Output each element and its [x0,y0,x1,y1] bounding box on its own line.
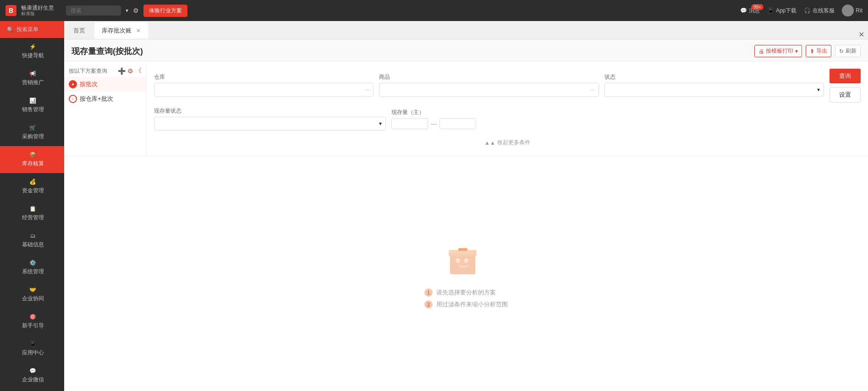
sidebar-item-quick-nav[interactable]: ⚡ 快捷导航 [0,38,64,65]
tab-global-close-icon[interactable]: ✕ [855,30,868,39]
empty-tip-1: 1 请先选择要分析的方案 [424,288,508,297]
app-title: 畅康通好生意 [21,5,54,11]
sidebar-item-search[interactable]: 🔍 搜索菜单 [0,21,64,38]
empty-tips: 1 请先选择要分析的方案 2 用过滤条件来缩小分析范围 [424,288,508,312]
sidebar-item-basics-label: 基础信息 [22,241,44,249]
sidebar-item-marketing[interactable]: 📢 营销推广 [0,65,64,92]
collapse-up-icon: ▲▲ [484,140,495,146]
app-logo: B [5,5,16,16]
settings-btn[interactable]: 设置 [830,87,861,103]
topbar: B 畅康通好生意 标准版 ▾ ⚙ 体验行业方案 💬 消息 99+ 📱 App下载… [0,0,868,21]
scheme-add-btn[interactable]: ➕ [118,67,126,75]
print-dropdown-icon: ▾ [795,48,798,54]
sidebar: 🔍 搜索菜单 ⚡ 快捷导航 📢 营销推广 📊 销售管理 🛒 采购管理 📦 库存核… [0,21,64,391]
stock-qty-max-input[interactable] [439,118,476,129]
app-download-icon: 📱 [767,7,774,14]
stock-qty-label: 现存量（主） [391,109,623,116]
svg-rect-1 [449,250,477,256]
svg-point-4 [464,258,468,263]
tip-num-1: 1 [424,288,433,297]
sidebar-item-operations[interactable]: 📋 经营管理 [0,200,64,227]
online-service-label: 在线客服 [813,7,835,15]
main-layout: 🔍 搜索菜单 ⚡ 快捷导航 📢 营销推广 📊 销售管理 🛒 采购管理 📦 库存核… [0,21,868,391]
enterprise-icon: 🤝 [29,287,36,293]
sidebar-item-purchase[interactable]: 🛒 采购管理 [0,119,64,146]
sidebar-item-guide-label: 新手引导 [22,322,44,330]
warehouse-more-icon: ··· [365,87,369,92]
sidebar-item-enterprise-label: 企业协同 [22,295,44,303]
search-dropdown-btn[interactable]: ▾ [126,7,128,14]
sidebar-item-guide[interactable]: 🎯 新手引导 [0,308,64,335]
scheme-panel-actions: ➕ ⚙ 《 [118,67,142,75]
scheme-by-batch-icon: ● [69,80,77,88]
collapse-btn[interactable]: ▲▲ 收起更多条件 [154,135,861,150]
query-btn[interactable]: 查询 [830,69,861,83]
scheme-by-warehouse-batch-icon: ○ [69,95,77,103]
settings-gear-btn[interactable]: ⚙ [133,7,139,14]
range-separator: — [431,120,437,127]
sidebar-item-search-label: 搜索菜单 [16,26,38,33]
sales-icon: 📊 [29,98,36,104]
product-field: 商品 ··· [379,73,599,97]
topbar-search-input[interactable] [66,5,121,16]
scheme-collapse-left-btn[interactable]: 《 [135,67,142,75]
scheme-panel-title: 按以下方案查询 [69,67,107,75]
tab-home[interactable]: 首页 [66,22,93,39]
page-content: 现存量查询(按批次) 🖨 按模板打印 ▾ ⬆ 导出 ↻ 刷新 [64,39,868,391]
refresh-btn[interactable]: ↻ 刷新 [835,45,861,57]
scheme-item-by-batch[interactable]: ● 按批次 [64,77,146,92]
svg-point-3 [456,258,460,263]
tab-close-icon[interactable]: ✕ [136,27,141,34]
filter-area: 按以下方案查询 ➕ ⚙ 《 ● 按批次 ○ 按仓库+批次 [64,61,868,156]
sidebar-item-inventory[interactable]: 📦 库存核算 [0,146,64,173]
tab-batch-account[interactable]: 库存批次账 ✕ [94,22,148,39]
warehouse-input[interactable]: ··· [154,83,374,97]
purchase-icon: 🛒 [29,125,36,131]
product-input[interactable]: ··· [379,83,599,97]
app-download-btn[interactable]: 📱 App下载 [767,7,797,15]
stock-status-select[interactable]: ▾ [154,117,386,130]
status-field: 状态 ▾ [604,73,824,97]
page-title: 现存量查询(按批次) [71,46,143,57]
stock-status-label: 现存量状态 [154,107,386,115]
empty-tip-1-text: 请先选择要分析的方案 [436,288,496,297]
sidebar-item-finance-label: 资金管理 [22,187,44,195]
sidebar-item-apps[interactable]: 📱 应用中心 [0,335,64,362]
empty-state: 1 请先选择要分析的方案 2 用过滤条件来缩小分析范围 [64,156,868,391]
print-label: 按模板打印 [766,47,793,55]
wechat-icon: 💬 [29,368,36,374]
print-btn[interactable]: 🖨 按模板打印 ▾ [754,45,802,57]
empty-tip-2-text: 用过滤条件来缩小分析范围 [436,300,508,309]
export-btn[interactable]: ⬆ 导出 [806,45,831,57]
page-header: 现存量查询(按批次) 🖨 按模板打印 ▾ ⬆ 导出 ↻ 刷新 [64,39,868,61]
user-avatar[interactable]: Rit [842,5,863,16]
online-service-btn[interactable]: 🎧 在线客服 [804,7,835,15]
collapse-label: 收起更多条件 [497,139,530,147]
app-download-label: App下载 [776,7,797,15]
stock-status-field: 现存量状态 ▾ [154,107,386,130]
sidebar-item-enterprise[interactable]: 🤝 企业协同 [0,281,64,308]
scheme-panel-header: 按以下方案查询 ➕ ⚙ 《 [64,65,146,77]
messages-btn[interactable]: 💬 消息 99+ [740,7,760,15]
basics-icon: 🗂 [30,233,36,239]
sidebar-item-wechat[interactable]: 💬 企业微信 [0,362,64,389]
trial-btn[interactable]: 体验行业方案 [143,5,187,17]
scheme-item-by-warehouse-batch[interactable]: ○ 按仓库+批次 [64,92,146,106]
status-label: 状态 [604,73,824,81]
messages-badge: 99+ [751,4,764,10]
scheme-panel: 按以下方案查询 ➕ ⚙ 《 ● 按批次 ○ 按仓库+批次 [64,61,147,156]
sidebar-item-system[interactable]: ⚙️ 系统管理 [0,254,64,281]
sidebar-item-finance[interactable]: 💰 资金管理 [0,173,64,200]
status-dropdown-icon: ▾ [817,87,820,93]
sidebar-item-basics[interactable]: 🗂 基础信息 [0,227,64,254]
stock-qty-min-input[interactable] [391,118,428,129]
sidebar-item-sales[interactable]: 📊 销售管理 [0,92,64,119]
guide-icon: 🎯 [29,314,36,320]
sidebar-item-member[interactable]: 👑 畅会员 [0,389,64,391]
status-select[interactable]: ▾ [604,83,824,97]
stock-qty-range: — [391,118,623,129]
warehouse-field: 仓库 ··· [154,73,374,97]
marketing-icon: 📢 [29,71,36,77]
scheme-settings-btn[interactable]: ⚙ [127,67,133,75]
avatar-img [842,5,854,16]
